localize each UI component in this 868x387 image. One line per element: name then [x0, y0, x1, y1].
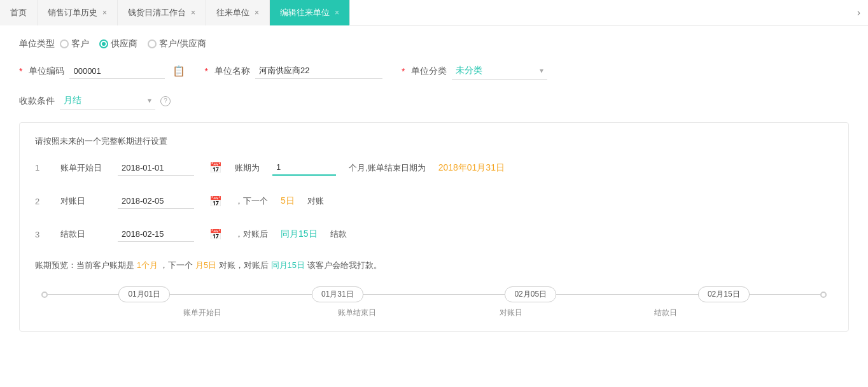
timeline-node-2: 01月31日	[312, 286, 363, 302]
settlement-desc-prefix: ，对账后	[235, 229, 268, 240]
unit-code-label: 单位编码	[29, 66, 64, 77]
tab-sales-history[interactable]: 销售订单历史 ×	[38, 0, 118, 25]
row-num-3: 3	[35, 230, 48, 239]
timeline-end-dot	[820, 292, 827, 298]
unit-code-item: * 单位编码 📋	[19, 64, 185, 79]
timeline-line-3	[363, 294, 505, 295]
preview-mid: ，下一个	[160, 260, 193, 270]
preview-suffix: 该客户会给我打款。	[307, 260, 382, 270]
payment-terms-arrow-icon: ▾	[148, 96, 151, 105]
timeline-line-1	[48, 294, 118, 295]
payment-terms-select[interactable]: 月结 ▾	[60, 92, 155, 109]
radio-label-customer: 客户	[71, 38, 89, 50]
unit-category-item: * 单位分类 未分类 ▾	[402, 62, 547, 80]
unit-type-label: 单位类型	[19, 38, 55, 50]
unit-name-input[interactable]	[255, 64, 382, 79]
radio-customer[interactable]: 客户	[60, 38, 89, 50]
tab-close-cash-workbench[interactable]: ×	[191, 8, 195, 17]
timeline-line-4	[556, 294, 698, 295]
radio-group-unit-type: 客户 供应商 客户/供应商	[60, 38, 206, 50]
timeline-track: 01月01日 01月31日 02月05日 02月15日	[41, 286, 827, 302]
settlement-desc-suffix: 结款	[330, 229, 347, 240]
unit-category-arrow-icon: ▾	[540, 66, 543, 75]
payment-terms-value: 月结	[64, 95, 144, 106]
unit-category-select[interactable]: 未分类 ▾	[452, 62, 547, 80]
tab-more-button[interactable]: ›	[850, 7, 868, 18]
tab-close-edit-partner[interactable]: ×	[335, 8, 339, 17]
period-label: 账期为	[235, 162, 260, 174]
tab-close-sales-history[interactable]: ×	[102, 8, 107, 17]
unit-code-required: *	[19, 66, 22, 76]
timeline-labels: 账单开始日 账单结束日 对账日 结款日	[41, 307, 827, 318]
payment-terms-label: 收款条件	[19, 95, 55, 107]
unit-category-required: *	[402, 66, 405, 76]
reconciliation-row: 2 对账日 📅 ，下一个 5日 对账	[35, 194, 833, 209]
payment-terms-row: 收款条件 月结 ▾ ?	[19, 92, 849, 109]
timeline-line-5	[750, 294, 820, 295]
timeline-container: 01月01日 01月31日 02月05日 02月15日	[35, 286, 833, 318]
start-date-cal-icon[interactable]: 📅	[209, 162, 222, 174]
preview-date: 月5日	[195, 260, 216, 270]
unit-info-row: * 单位编码 📋 * 单位名称 * 单位分类 未分类 ▾	[19, 62, 849, 80]
main-content: 单位类型 客户 供应商 客户/供应商 * 单位编码	[0, 25, 868, 387]
radio-circle-both	[148, 39, 157, 48]
settlement-date-cal-icon[interactable]: 📅	[209, 229, 222, 241]
reconcile-date-cal-icon[interactable]: 📅	[209, 195, 222, 208]
timeline-start-dot	[41, 292, 48, 298]
timeline-pill-2: 01月31日	[312, 286, 363, 302]
row-label-3: 结款日	[60, 229, 105, 240]
settlement-date-input[interactable]	[118, 227, 194, 242]
period-end-date: 2018年01月31日	[438, 162, 505, 174]
tab-partner-unit[interactable]: 往来单位 ×	[206, 0, 270, 25]
unit-name-item: * 单位名称	[204, 64, 382, 79]
timeline-label-1: 账单开始日	[183, 307, 221, 318]
preview-text: 账期预览：当前客户账期是 1个月 ，下一个 月5日 对账，对账后 同月15日 该…	[35, 260, 833, 271]
settings-panel: 请按照未来的一个完整帐期进行设置 1 账单开始日 📅 账期为 个月,账单结束日期…	[19, 122, 849, 332]
payment-terms-item: 收款条件 月结 ▾ ?	[19, 92, 171, 109]
timeline-pill-4: 02月15日	[698, 286, 750, 302]
tab-cash-workbench[interactable]: 钱货日清工作台 ×	[118, 0, 206, 25]
settlement-row: 3 结款日 📅 ，对账后 同月15日 结款	[35, 227, 833, 242]
radio-label-supplier: 供应商	[111, 38, 137, 50]
help-icon[interactable]: ?	[160, 96, 171, 106]
timeline-pill-3: 02月05日	[505, 286, 556, 302]
period-unit: 个月,账单结束日期为	[349, 162, 426, 174]
unit-name-label: 单位名称	[214, 66, 250, 77]
timeline-line-2	[170, 294, 312, 295]
radio-label-both: 客户/供应商	[159, 38, 206, 50]
preview-month: 1个月	[137, 260, 158, 270]
reconcile-desc-prefix: ，下一个	[235, 195, 268, 207]
row-num-1: 1	[35, 163, 48, 172]
period-value-input[interactable]	[272, 160, 336, 176]
unit-code-scan-icon[interactable]: 📋	[172, 65, 185, 77]
preview-prefix: 账期预览：当前客户账期是	[35, 260, 134, 270]
row-num-2: 2	[35, 197, 48, 206]
unit-code-input[interactable]	[69, 64, 165, 79]
radio-both[interactable]: 客户/供应商	[148, 38, 206, 50]
radio-circle-supplier	[99, 39, 108, 48]
preview-mid2: 对账，对账后	[219, 260, 269, 270]
unit-type-row: 单位类型 客户 供应商 客户/供应商	[19, 38, 849, 50]
unit-type-item: 单位类型 客户 供应商 客户/供应商	[19, 38, 206, 50]
radio-circle-customer	[60, 39, 69, 48]
radio-supplier[interactable]: 供应商	[99, 38, 137, 50]
tab-bar: 首页 销售订单历史 × 钱货日清工作台 × 往来单位 × 编辑往来单位 × ›	[0, 0, 868, 25]
tab-edit-partner[interactable]: 编辑往来单位 ×	[270, 0, 350, 25]
tab-close-partner-unit[interactable]: ×	[255, 8, 259, 17]
unit-name-required: *	[204, 66, 207, 76]
timeline-node-3: 02月05日	[505, 286, 556, 302]
unit-category-value: 未分类	[456, 65, 536, 76]
settlement-desc-highlight: 同月15日	[281, 229, 318, 240]
account-start-row: 1 账单开始日 📅 账期为 个月,账单结束日期为 2018年01月31日	[35, 160, 833, 176]
timeline-node-1: 01月01日	[118, 286, 170, 302]
timeline-label-3: 对账日	[500, 307, 522, 318]
timeline-node-4: 02月15日	[698, 286, 750, 302]
row-label-1: 账单开始日	[60, 162, 105, 174]
panel-hint: 请按照未来的一个完整帐期进行设置	[35, 136, 833, 147]
timeline-label-2: 账单结束日	[338, 307, 376, 318]
tab-home[interactable]: 首页	[0, 0, 38, 25]
preview-teal: 同月15日	[271, 260, 305, 270]
reconcile-desc-highlight: 5日	[281, 195, 295, 207]
reconcile-date-input[interactable]	[118, 194, 194, 209]
start-date-input[interactable]	[118, 160, 194, 176]
